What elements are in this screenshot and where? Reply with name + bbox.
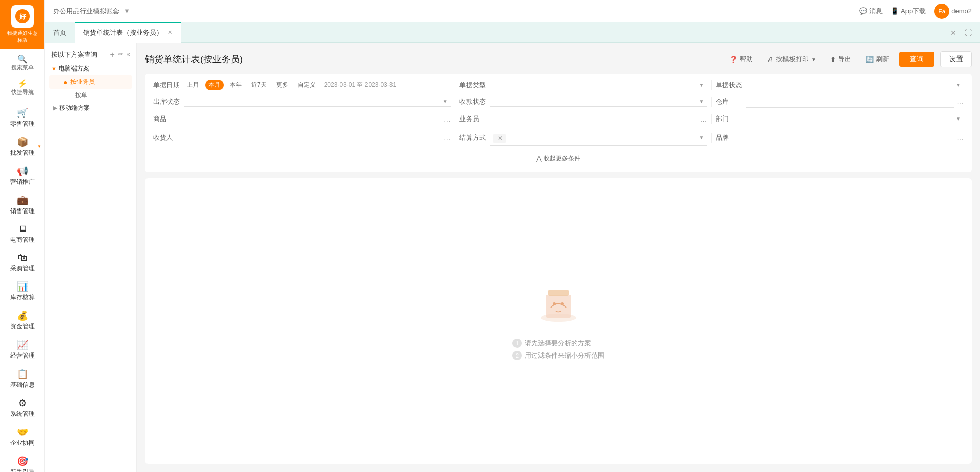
payment-method-select[interactable]: ✕ ▼ xyxy=(490,130,707,146)
logo-text: 畅捷通好生意 标版 xyxy=(7,30,38,44)
date-btn-this-year[interactable]: 本年 xyxy=(227,80,245,90)
sidebar-item-purchase[interactable]: 🛍 采购管理 xyxy=(0,247,44,276)
date-btn-custom[interactable]: 自定义 xyxy=(295,80,319,90)
warehouse-dots[interactable]: … xyxy=(957,98,964,106)
scheme-item-by-salesperson[interactable]: ● 按业务员 xyxy=(49,75,132,89)
tab-maximize-icon[interactable]: ⛶ xyxy=(965,29,972,37)
date-btn-last-month[interactable]: 上月 xyxy=(184,80,202,90)
divider-2 xyxy=(711,80,712,90)
filter-department-field: 部门 ▼ xyxy=(716,114,964,124)
tab-home[interactable]: 首页 xyxy=(45,22,75,43)
collapse-filters-button[interactable]: ⋀ 收起更多条件 xyxy=(153,151,964,166)
payment-method-clear-button[interactable]: ✕ xyxy=(498,135,503,142)
query-button[interactable]: 查询 xyxy=(899,52,934,67)
receiver-dots[interactable]: … xyxy=(444,134,451,142)
scheme-item-label-salesperson: 按业务员 xyxy=(70,78,95,86)
doctype-label: 单据类型 xyxy=(459,81,490,90)
warehouse-input[interactable] xyxy=(746,96,954,108)
sub-item-by-order[interactable]: ⋯ 按单 xyxy=(49,89,132,102)
chevron-right-icon: ▶ xyxy=(53,105,57,111)
docstatus-select[interactable]: ▼ xyxy=(746,80,964,90)
date-btn-7days[interactable]: 近7天 xyxy=(248,80,270,90)
receiver-input[interactable] xyxy=(184,132,442,144)
filter-payment-method-field: 结算方式 ✕ ▼ xyxy=(459,130,707,146)
left-panel-actions: + ✏ « xyxy=(110,50,130,59)
sidebar: 好 畅捷通好生意 标版 🔍 搜索菜单 ⚡ 快捷导航 🛒 零售管理 📦 批发管理 … xyxy=(0,0,45,472)
svg-point-5 xyxy=(553,302,556,305)
sidebar-item-stock[interactable]: 📊 库存核算 xyxy=(0,276,44,305)
date-btn-this-month[interactable]: 本月 xyxy=(205,80,224,90)
filter-warehouse-field: 仓库 … xyxy=(716,96,964,108)
filter-salesperson-field: 业务员 … xyxy=(459,113,707,125)
edit-scheme-button[interactable]: ✏ xyxy=(118,50,124,59)
salesperson-input[interactable] xyxy=(490,113,698,125)
sidebar-item-system[interactable]: ⚙ 系统管理 xyxy=(0,392,44,421)
scheme-group-desktop-header[interactable]: ▼ 电脑端方案 xyxy=(49,62,132,75)
main-content: 办公用品行业模拟账套 ▼ 💬 消息 📱 App下载 Ea demo2 首页 xyxy=(45,0,980,472)
filter-row-3: 商品 … 业务员 … 部门 ▼ xyxy=(153,113,964,125)
sidebar-item-enterprise[interactable]: 🤝 企业协同 xyxy=(0,421,44,451)
payment-status-select[interactable]: ▼ xyxy=(490,97,707,107)
left-panel-title-text: 按以下方案查询 xyxy=(51,50,97,59)
outstatus-chevron-icon: ▼ xyxy=(443,99,448,104)
tab-close-all-icon[interactable]: ✕ xyxy=(950,29,957,37)
department-chevron-icon: ▼ xyxy=(955,116,961,122)
scheme-group-mobile: ▶ 移动端方案 xyxy=(45,102,136,114)
help-icon: ❓ xyxy=(729,56,738,63)
doctype-select[interactable]: ▼ xyxy=(490,80,707,90)
collapse-panel-button[interactable]: « xyxy=(127,50,130,59)
empty-state: 1 请先选择要分析的方案 2 用过滤条件来缩小分析范围 xyxy=(145,178,972,464)
product-input[interactable] xyxy=(184,113,442,125)
salesperson-dots[interactable]: … xyxy=(700,115,707,123)
user-avatar-area[interactable]: Ea demo2 xyxy=(934,4,972,19)
product-dots[interactable]: … xyxy=(444,115,451,123)
payment-method-chevron-icon: ▼ xyxy=(699,135,704,140)
avatar: Ea xyxy=(934,4,949,19)
outstatus-label: 出库状态 xyxy=(153,97,184,106)
message-icon: 💬 xyxy=(859,7,867,15)
brand-dots[interactable]: … xyxy=(957,134,964,142)
refresh-button[interactable]: 🔄 刷新 xyxy=(862,53,893,66)
export-label: 导出 xyxy=(838,55,851,64)
outstatus-select[interactable]: ▼ xyxy=(184,97,451,107)
sidebar-item-search[interactable]: 🔍 搜索菜单 xyxy=(0,49,44,74)
sidebar-item-operation[interactable]: 📈 经营管理 xyxy=(0,334,44,363)
template-print-label: 按模板打印 xyxy=(776,55,809,64)
salesperson-label: 业务员 xyxy=(459,114,490,124)
sidebar-item-wholesale[interactable]: 📦 批发管理 xyxy=(0,131,44,160)
brand-input[interactable] xyxy=(746,132,954,144)
svg-text:好: 好 xyxy=(18,13,26,20)
date-btn-more[interactable]: 更多 xyxy=(273,80,291,90)
department-select[interactable]: ▼ xyxy=(746,114,964,124)
hint-num-1: 1 xyxy=(512,339,522,348)
tab-close-icon[interactable]: ✕ xyxy=(168,29,173,36)
sidebar-item-finance[interactable]: 💰 资金管理 xyxy=(0,305,44,334)
tab-sales-stat[interactable]: 销货单统计表（按业务员） ✕ xyxy=(75,22,181,43)
app-download-button[interactable]: 📱 App下载 xyxy=(891,7,926,16)
template-print-button[interactable]: 🖨 按模板打印 ▼ xyxy=(763,53,820,66)
logo-area[interactable]: 好 畅捷通好生意 标版 xyxy=(0,0,44,49)
export-button[interactable]: ⬆ 导出 xyxy=(826,53,855,66)
logo-icon: 好 xyxy=(11,5,34,28)
warehouse-label: 仓库 xyxy=(716,97,746,106)
add-scheme-button[interactable]: + xyxy=(110,50,114,59)
print-chevron-icon: ▼ xyxy=(811,57,816,62)
sidebar-item-newbie[interactable]: 🎯 新手引导 xyxy=(0,451,44,472)
settings-button[interactable]: 设置 xyxy=(940,51,972,67)
help-button[interactable]: ❓ 帮助 xyxy=(725,53,757,66)
scheme-group-mobile-header[interactable]: ▶ 移动端方案 xyxy=(49,102,132,114)
sidebar-item-marketing[interactable]: 📢 营销推广 xyxy=(0,160,44,190)
doctype-chevron-icon: ▼ xyxy=(699,82,704,88)
breadcrumb-arrow: ▼ xyxy=(124,7,130,15)
sidebar-item-retail[interactable]: 🛒 零售管理 xyxy=(0,102,44,131)
sidebar-item-sales[interactable]: 💼 销售管理 xyxy=(0,190,44,219)
message-button[interactable]: 💬 消息 xyxy=(859,7,883,16)
product-label: 商品 xyxy=(153,114,184,124)
docstatus-chevron-icon: ▼ xyxy=(955,82,961,88)
sidebar-item-ecommerce[interactable]: 🖥 电商管理 xyxy=(0,219,44,247)
sidebar-item-quicknav[interactable]: ⚡ 快捷导航 xyxy=(0,74,44,98)
date-range-text: 2023-03-01 至 2023-03-31 xyxy=(324,81,396,89)
payment-method-label: 结算方式 xyxy=(459,133,490,143)
sidebar-item-basic[interactable]: 📋 基础信息 xyxy=(0,363,44,392)
filter-receiver-field: 收货人 … xyxy=(153,132,451,144)
